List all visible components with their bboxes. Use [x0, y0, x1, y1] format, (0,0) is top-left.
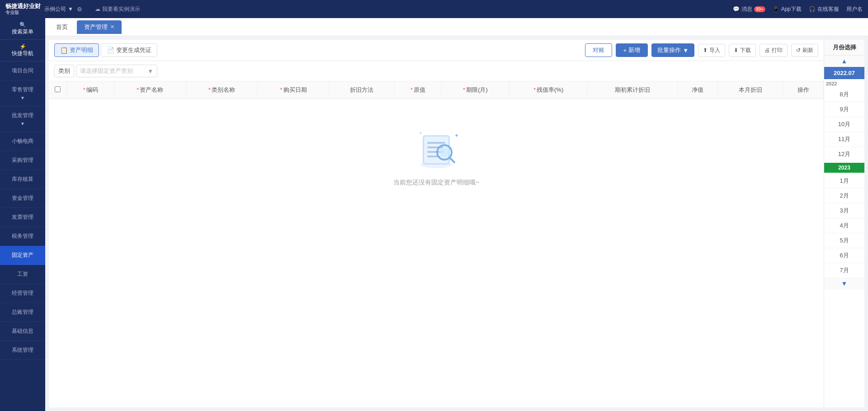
- month-item-aug[interactable]: 8月: [824, 87, 864, 102]
- month-item-may[interactable]: 5月: [824, 233, 864, 248]
- col-residual-rate: *残值率(%): [509, 81, 588, 99]
- month-item-oct[interactable]: 10月: [824, 117, 864, 132]
- sidebar-item-label: 发票管理: [12, 213, 33, 221]
- sidebar-item-basic-info[interactable]: 基础信息: [0, 322, 45, 341]
- refresh-button[interactable]: ↺ 刷新: [791, 44, 818, 57]
- month-item-apr[interactable]: 4月: [824, 218, 864, 233]
- sidebar-item-tax-mgmt[interactable]: 税务管理: [0, 227, 45, 246]
- match-button[interactable]: 对账: [585, 43, 612, 57]
- col-name: *资产名称: [114, 81, 186, 99]
- month-panel-title: 月份选择: [828, 43, 861, 52]
- batch-button[interactable]: 批量操作 ▼: [651, 43, 694, 57]
- import-button[interactable]: ⬆ 导入: [698, 44, 725, 57]
- sidebar-item-fixed-assets[interactable]: 固定资产: [0, 246, 45, 265]
- chevron-right-icon: ▼: [20, 95, 25, 100]
- month-item-nov[interactable]: 11月: [824, 132, 864, 147]
- sidebar-item-quick-nav[interactable]: ⚡ 快捷导航: [0, 40, 45, 61]
- sub-tab-change-voucher-label: 变更生成凭证: [116, 46, 151, 54]
- sidebar-item-payroll[interactable]: 工资: [0, 265, 45, 284]
- col-purchase-date: *购买日期: [258, 81, 330, 99]
- example-demo[interactable]: ☁ 我要看实例演示: [95, 5, 140, 13]
- sidebar-item-wholesale-mgmt[interactable]: 批发管理 ▼: [0, 106, 45, 132]
- import-icon: ⬆: [703, 47, 708, 53]
- selected-year-month[interactable]: 2022.07: [824, 67, 864, 79]
- main-panel: 📋 资产明细 📄 变更生成凭证 对账 + 新增: [49, 40, 824, 407]
- print-icon: 🖨: [764, 47, 770, 53]
- download-button[interactable]: ⬇ 下载: [729, 44, 756, 57]
- main-layout: 🔍 搜索菜单 ⚡ 快捷导航 项目合同 零售管理 ▼ 批发管理 ▼ 小畅电商 采购…: [0, 18, 868, 411]
- app-download-label: App下载: [781, 5, 802, 13]
- col-category: *类别名称: [186, 81, 258, 99]
- col-depreciation-method: 折旧方法: [329, 81, 394, 99]
- user-info[interactable]: 用户名: [846, 5, 863, 13]
- month-nav-down-icon[interactable]: ▼: [841, 280, 848, 288]
- sidebar-item-label: 税务管理: [12, 232, 33, 240]
- message-button[interactable]: 💬 消息 99+: [733, 5, 765, 13]
- category-label-text: 类别: [58, 67, 70, 75]
- month-item-jan[interactable]: 1月: [824, 174, 864, 189]
- month-item-sep[interactable]: 9月: [824, 102, 864, 117]
- online-service-button[interactable]: 🎧 在线客服: [809, 5, 839, 13]
- sidebar-item-label: 经营管理: [12, 289, 33, 297]
- sidebar-item-label: 批发管理: [12, 112, 33, 119]
- month-item-mar[interactable]: 3月: [824, 203, 864, 218]
- refresh-icon: ↺: [796, 47, 801, 53]
- filter-category: 类别 请选择固定资产类别 ▼: [54, 65, 157, 77]
- add-button-label: 新增: [628, 46, 640, 54]
- user-name: 用户名: [846, 5, 863, 13]
- company-selector[interactable]: 示例公司 ▼: [44, 5, 73, 13]
- sidebar-item-mini-ecommerce[interactable]: 小畅电商: [0, 132, 45, 151]
- sidebar-item-general-ledger[interactable]: 总账管理: [0, 303, 45, 322]
- quicknav-icon: ⚡: [3, 43, 42, 50]
- month-item-jul[interactable]: 7月: [824, 263, 864, 278]
- message-icon: 💬: [733, 6, 740, 12]
- batch-button-label: 批量操作: [657, 46, 681, 54]
- month-item-dec[interactable]: 12月: [824, 147, 864, 162]
- category-placeholder: 请选择固定资产类别: [80, 67, 133, 75]
- sub-tab-change-voucher[interactable]: 📄 变更生成凭证: [101, 43, 157, 57]
- sidebar-item-system-mgmt[interactable]: 系统管理: [0, 341, 45, 360]
- sidebar-item-project-contract[interactable]: 项目合同: [0, 61, 45, 80]
- tab-home[interactable]: 首页: [49, 20, 75, 34]
- content-area: 首页 资产管理 ✕ 📋 资产明细 📄: [45, 18, 868, 411]
- print-button[interactable]: 🖨 打印: [760, 44, 788, 57]
- top-bar: 畅捷通好业财 专业版 示例公司 ▼ ⚙ ☁ 我要看实例演示 💬 消息 99+ 📱…: [0, 0, 868, 18]
- tab-close-icon[interactable]: ✕: [110, 24, 114, 30]
- sidebar-item-label: 固定资产: [12, 251, 33, 259]
- app-download-button[interactable]: 📱 App下载: [773, 5, 802, 13]
- category-label[interactable]: 类别: [54, 65, 74, 77]
- company-name: 示例公司: [44, 5, 66, 13]
- month-panel-header: 月份选择: [824, 40, 864, 56]
- sidebar-item-inventory[interactable]: 库存核算: [0, 170, 45, 189]
- search-icon: 🔍: [3, 22, 42, 28]
- sidebar-item-label: 项目合同: [12, 67, 33, 75]
- sidebar-item-purchase-mgmt[interactable]: 采购管理: [0, 151, 45, 170]
- sidebar-item-search-menu[interactable]: 🔍 搜索菜单: [0, 18, 45, 40]
- svg-point-8: [439, 147, 449, 157]
- category-dropdown[interactable]: 请选择固定资产类别 ▼: [76, 65, 157, 77]
- add-button[interactable]: + 新增: [616, 43, 648, 57]
- month-item-jun[interactable]: 6月: [824, 248, 864, 263]
- tab-asset-mgmt[interactable]: 资产管理 ✕: [77, 20, 122, 34]
- sidebar-item-business-mgmt[interactable]: 经营管理: [0, 284, 45, 303]
- cloud-icon: ☁: [95, 6, 100, 12]
- col-original-value: *原值: [394, 81, 441, 99]
- svg-text:✦: ✦: [454, 132, 459, 139]
- month-item-feb[interactable]: 2月: [824, 189, 864, 203]
- download-icon: ⬇: [734, 47, 738, 53]
- sub-tab-bar: 📋 资产明细 📄 变更生成凭证 对账 + 新增: [49, 40, 824, 61]
- refresh-label: 刷新: [802, 47, 813, 54]
- sidebar-item-retail-mgmt[interactable]: 零售管理 ▼: [0, 80, 45, 106]
- plus-icon: +: [623, 47, 627, 54]
- message-label: 消息: [741, 5, 752, 13]
- sidebar-item-invoice-mgmt[interactable]: 发票管理: [0, 208, 45, 227]
- sub-tab-asset-detail[interactable]: 📋 资产明细: [54, 43, 99, 57]
- example-text: 我要看实例演示: [102, 5, 140, 13]
- month-nav-up-icon[interactable]: ▲: [841, 57, 848, 65]
- year-2022-label: 2022: [824, 79, 864, 87]
- mobile-icon: 📱: [773, 6, 779, 12]
- settings-button[interactable]: ⚙: [77, 6, 82, 13]
- sidebar-item-fund-mgmt[interactable]: 资金管理: [0, 189, 45, 208]
- sidebar-item-label: 采购管理: [12, 156, 33, 164]
- select-all-checkbox[interactable]: [55, 86, 61, 92]
